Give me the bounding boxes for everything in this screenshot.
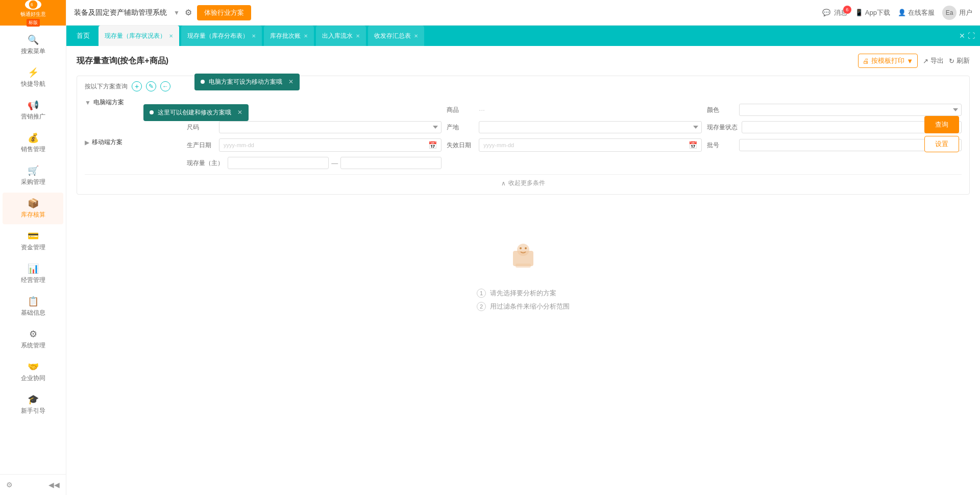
produce-date-input[interactable]: yyyy-mm-dd 📅 (219, 138, 442, 152)
sidebar-item-label: 基础信息 (21, 309, 45, 317)
svg-point-3 (517, 244, 529, 256)
sidebar-item-finance[interactable]: 💳 资金管理 (3, 225, 63, 257)
color-select[interactable] (739, 104, 962, 116)
collapse-bar[interactable]: ∧ 收起更多条件 (85, 174, 962, 192)
expire-date-calendar-icon[interactable]: 📅 (689, 141, 697, 149)
chart-icon: 📊 (28, 263, 39, 274)
tab-close-all-icon[interactable]: ✕ (959, 32, 965, 40)
tab-close-icon[interactable]: ✕ (252, 33, 256, 39)
tab-fullscreen-icon[interactable]: ⛶ (968, 32, 975, 40)
sidebar-item-sales[interactable]: 💰 销售管理 (3, 127, 63, 159)
goods-more-icon[interactable]: ··· (479, 106, 485, 114)
sidebar-item-enterprise[interactable]: 🤝 企业协同 (3, 356, 63, 388)
tooltip-close2-icon[interactable]: ✕ (237, 109, 242, 116)
sidebar-item-system[interactable]: ⚙ 系统管理 (3, 323, 63, 355)
main-area: 装备及固定资产辅助管理系统 ▼ ⚙ 体验行业方案 💬 6 消息 📱 App下载 … (66, 0, 980, 495)
action-bar: 查询 设置 (924, 116, 959, 152)
search-icon: 🔍 (28, 34, 39, 45)
tab-receive-summary[interactable]: 收发存汇总表 ✕ (368, 26, 424, 46)
header-left: 装备及固定资产辅助管理系统 ▼ ⚙ 体验行业方案 (74, 5, 251, 20)
export-label: 导出 (930, 56, 944, 65)
message-icon-area[interactable]: 💬 6 消息 (822, 8, 847, 17)
origin-select[interactable] (479, 121, 701, 133)
user-area[interactable]: Ea 用户 (942, 6, 972, 20)
empty-tip-2: 2 用过滤条件来缩小分析范围 (477, 300, 570, 313)
sidebar-item-label: 企业协同 (21, 374, 45, 383)
collapse-sidebar-icon[interactable]: ◀◀ (46, 479, 62, 491)
content-inner: 现存量查询(按仓库+商品) 🖨 按模板打印 ▼ ↗ 导出 ↻ 刷新 (66, 46, 980, 495)
online-service-area[interactable]: 👤 在线客服 (898, 8, 935, 17)
stock-min-input[interactable] (228, 157, 329, 169)
origin-label: 产地 (447, 123, 475, 132)
box-icon: 📦 (28, 198, 39, 209)
svg-point-0 (29, 0, 37, 9)
tab-inventory-status[interactable]: 现存量（库存状况表） ✕ (99, 26, 179, 46)
sidebar-item-operations[interactable]: 📊 经营管理 (3, 258, 63, 290)
query-button[interactable]: 查询 (924, 116, 959, 133)
size-label: 尺码 (187, 123, 215, 132)
flash-icon: ⚡ (28, 67, 39, 78)
scheme-arrow-icon: ▼ (85, 99, 91, 106)
settings-icon[interactable]: ⚙ (185, 8, 192, 17)
sidebar-item-basic-info[interactable]: 📋 基础信息 (3, 291, 63, 322)
tab-home[interactable]: 首页 (69, 26, 97, 46)
app-download-area[interactable]: 📱 App下载 (855, 8, 890, 17)
system-title: 装备及固定资产辅助管理系统 (74, 8, 167, 17)
sidebar-item-search[interactable]: 🔍 搜索菜单 (3, 29, 63, 61)
sidebar-nav: 🔍 搜索菜单 ⚡ 快捷导航 📢 营销推广 💰 销售管理 🛒 采购管理 📦 库存核… (0, 26, 66, 474)
sidebar-logo: 6 畅通好生意 标版 (0, 0, 66, 26)
tab-inventory-batch[interactable]: 库存批次账 ✕ (264, 26, 314, 46)
filter-edit-button[interactable]: ✎ (146, 81, 156, 91)
tooltip-dot (201, 80, 205, 84)
sidebar-item-label: 新手引导 (21, 407, 45, 415)
sidebar-item-label: 经营管理 (21, 276, 45, 285)
tip-text-1: 请先选择要分析的方案 (490, 287, 556, 300)
tooltip-dot2 (150, 110, 154, 114)
tip-num-1: 1 (477, 289, 486, 298)
sidebar-item-purchase[interactable]: 🛒 采购管理 (3, 160, 63, 192)
tab-close-icon[interactable]: ✕ (169, 33, 173, 39)
tab-inout-label: 出入库流水 (322, 32, 353, 40)
filter-row-2: 尺码 产地 现存量状态 (187, 121, 962, 133)
produce-date-field: 生产日期 yyyy-mm-dd 📅 (187, 138, 442, 152)
sidebar-item-marketing[interactable]: 📢 营销推广 (3, 95, 63, 126)
produce-date-calendar-icon[interactable]: 📅 (428, 141, 437, 149)
tab-close-icon[interactable]: ✕ (414, 33, 418, 39)
logo-icon: 6 (25, 0, 41, 10)
export-button[interactable]: ↗ 导出 (923, 56, 944, 65)
mobile-icon: 📱 (855, 9, 863, 16)
content-area: 现存量查询(按仓库+商品) 🖨 按模板打印 ▼ ↗ 导出 ↻ 刷新 (66, 46, 980, 495)
size-select[interactable] (219, 121, 442, 133)
tab-close-icon[interactable]: ✕ (356, 33, 360, 39)
produce-date-label: 生产日期 (187, 141, 215, 150)
print-button[interactable]: 🖨 按模板打印 ▼ (858, 54, 918, 68)
filter-add-button[interactable]: + (132, 81, 142, 91)
export-icon: ↗ (923, 57, 928, 65)
color-field: 颜色 (707, 104, 962, 116)
stock-status-label: 现存量状态 (707, 123, 738, 132)
batch-label: 批号 (707, 141, 735, 150)
range-dash: — (331, 159, 338, 167)
reset-button[interactable]: 设置 (924, 136, 959, 152)
tab-close-icon[interactable]: ✕ (304, 33, 308, 39)
sidebar-item-inventory[interactable]: 📦 库存核算 (3, 193, 63, 224)
tooltip-close-icon[interactable]: ✕ (288, 78, 293, 85)
trial-button[interactable]: 体验行业方案 (197, 5, 251, 20)
sidebar-item-guide[interactable]: 🎓 新手引导 (3, 389, 63, 420)
stock-qty-range: — (228, 157, 442, 169)
app-download-label: App下载 (865, 8, 890, 17)
refresh-button[interactable]: ↻ 刷新 (949, 56, 970, 65)
sidebar-item-quick-nav[interactable]: ⚡ 快捷导航 (3, 62, 63, 93)
filter-back-button[interactable]: ← (160, 81, 170, 91)
stock-max-input[interactable] (340, 157, 442, 169)
expire-date-input[interactable]: yyyy-mm-dd 📅 (479, 138, 701, 152)
system-title-dropdown-icon[interactable]: ▼ (174, 9, 180, 16)
sidebar-bottom: ⚙ ◀◀ (0, 474, 66, 495)
tab-inventory-distribution[interactable]: 现存量（库存分布表） ✕ (181, 26, 262, 46)
settings-bottom-icon[interactable]: ⚙ (4, 479, 15, 491)
cart-icon: 🛒 (28, 165, 39, 176)
filter-row-1: 按照仓 ··· 商品 ··· 颜色 (187, 104, 962, 116)
sidebar-item-label: 销售管理 (21, 145, 45, 154)
tab-inout-flow[interactable]: 出入库流水 ✕ (316, 26, 366, 46)
brand-name: 畅通好生意 (20, 11, 46, 18)
